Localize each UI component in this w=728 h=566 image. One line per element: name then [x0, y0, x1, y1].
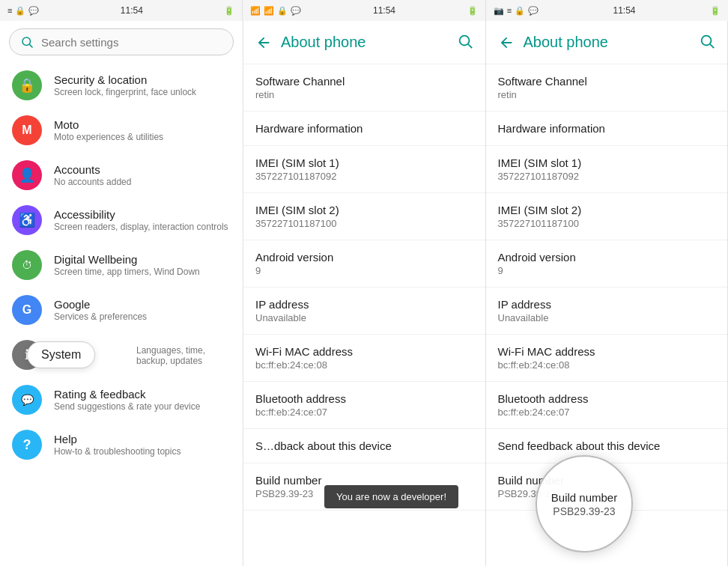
- google-icon: G: [12, 295, 42, 325]
- svg-line-5: [710, 44, 714, 48]
- info-android-right[interactable]: Android version 9: [486, 240, 728, 287]
- system-tooltip-text: System: [41, 348, 81, 361]
- back-button-right[interactable]: [498, 34, 515, 51]
- info-hardware-right[interactable]: Hardware information: [486, 112, 728, 146]
- search-button-middle[interactable]: [457, 33, 473, 52]
- system-tooltip-bubble: System: [27, 341, 95, 368]
- security-icon: 🔒: [12, 70, 42, 100]
- svg-point-0: [22, 37, 31, 46]
- icon-msg-mid: 💬: [291, 6, 301, 16]
- rating-icon: 💬: [12, 385, 42, 415]
- status-time-mid: 11:54: [373, 5, 395, 16]
- help-title: Help: [54, 433, 231, 445]
- battery-icon-mid: 🔋: [467, 6, 478, 16]
- digital-wellbeing-icon: ⏱: [12, 250, 42, 280]
- panels-wrapper: About phone Software Channel retin Hardw…: [243, 21, 728, 566]
- rating-title: Rating & feedback: [54, 388, 231, 401]
- sidebar-item-moto[interactable]: M Moto Moto experiences & utilities: [0, 108, 243, 153]
- accounts-title: Accounts: [54, 163, 231, 176]
- build-number-circle: Build number PSB29.39-23: [536, 455, 633, 553]
- panel-title-middle: About phone: [281, 34, 448, 51]
- icon-camera: 📷: [494, 6, 504, 16]
- panel-title-right: About phone: [524, 34, 691, 51]
- accessibility-title: Accessibility: [54, 208, 231, 221]
- icon-signal2: 📶: [264, 6, 274, 16]
- info-hardware-mid[interactable]: Hardware information: [243, 112, 485, 146]
- status-bar: ≡ 🔒 💬 11:54 🔋 📶 📶 🔒 💬 11:54 🔋 📷 ≡ 🔒 💬 11…: [0, 0, 728, 21]
- svg-point-2: [459, 35, 469, 45]
- google-subtitle: Services & preferences: [54, 311, 231, 322]
- moto-subtitle: Moto experiences & utilities: [54, 132, 231, 142]
- build-circle-value: PSB29.39-23: [553, 505, 615, 517]
- icon-msg: 💬: [28, 6, 39, 16]
- rating-subtitle: Send suggestions & rate your device: [54, 401, 231, 412]
- info-imei1-mid[interactable]: IMEI (SIM slot 1) 357227101187092: [243, 146, 485, 193]
- status-icons-right: 📷 ≡ 🔒 💬: [494, 6, 539, 16]
- toast-notification: You are now a developer!: [324, 485, 458, 508]
- google-title: Google: [54, 298, 231, 311]
- system-subtitle: Languages, time, backup, updates: [136, 345, 231, 366]
- status-section-right: 📷 ≡ 🔒 💬 11:54 🔋: [486, 0, 728, 21]
- accessibility-icon: ♿: [12, 205, 42, 235]
- digital-wellbeing-title: Digital Wellbeing: [54, 253, 231, 266]
- main-content: 🔒 Security & location Screen lock, finge…: [0, 21, 728, 566]
- status-icons-left: ≡ 🔒 💬: [7, 6, 39, 16]
- info-software-channel-mid[interactable]: Software Channel retin: [243, 64, 485, 112]
- digital-wellbeing-subtitle: Screen time, app timers, Wind Down: [54, 267, 231, 277]
- search-icon: [20, 35, 34, 49]
- accounts-icon: 👤: [12, 160, 42, 190]
- sidebar-item-help[interactable]: ? Help How-to & troubleshooting topics: [0, 422, 243, 467]
- sidebar-item-digital-wellbeing[interactable]: ⏱ Digital Wellbeing Screen time, app tim…: [0, 243, 243, 287]
- about-panel-middle: About phone Software Channel retin Hardw…: [243, 21, 486, 566]
- sidebar-item-system[interactable]: ℹ System Languages, time, backup, update…: [0, 332, 243, 377]
- info-software-channel-right[interactable]: Software Channel retin: [486, 64, 728, 112]
- sidebar-item-accessibility[interactable]: ♿ Accessibility Screen readers, display,…: [0, 198, 243, 243]
- icon-msg-right: 💬: [528, 6, 539, 16]
- status-section-left: ≡ 🔒 💬 11:54 🔋: [0, 0, 243, 21]
- settings-panel: 🔒 Security & location Screen lock, finge…: [0, 21, 243, 566]
- search-button-right[interactable]: [699, 33, 715, 52]
- search-bar-container[interactable]: [9, 28, 234, 55]
- accessibility-subtitle: Screen readers, display, interaction con…: [54, 222, 231, 232]
- back-button-middle[interactable]: [255, 34, 272, 51]
- svg-line-3: [468, 44, 472, 48]
- help-icon: ?: [12, 430, 42, 460]
- icon-hamburger: ≡: [7, 6, 12, 15]
- security-title: Security & location: [54, 73, 231, 86]
- security-subtitle: Screen lock, fingerprint, face unlock: [54, 87, 231, 97]
- info-feedback-mid[interactable]: S…dback about this device: [243, 429, 485, 463]
- battery-icon-left: 🔋: [224, 6, 234, 16]
- info-imei2-mid[interactable]: IMEI (SIM slot 2) 357227101187100: [243, 193, 485, 240]
- status-time-right: 11:54: [613, 5, 636, 16]
- status-section-mid: 📶 📶 🔒 💬 11:54 🔋: [243, 0, 485, 21]
- info-imei2-right[interactable]: IMEI (SIM slot 2) 357227101187100: [486, 193, 728, 240]
- info-wifi-mid[interactable]: Wi-Fi MAC address bc:ff:eb:24:ce:08: [243, 335, 485, 382]
- info-feedback-right[interactable]: Send feedback about this device: [486, 429, 728, 463]
- sidebar-item-accounts[interactable]: 👤 Accounts No accounts added: [0, 153, 243, 198]
- sidebar-item-security[interactable]: 🔒 Security & location Screen lock, finge…: [0, 63, 243, 108]
- icon-lock-mid: 🔒: [277, 6, 288, 16]
- moto-title: Moto: [54, 118, 231, 131]
- icon-lock-right: 🔒: [515, 6, 525, 16]
- info-bt-mid[interactable]: Bluetooth address bc:ff:eb:24:ce:07: [243, 382, 485, 429]
- about-panel-header-right: About phone: [486, 21, 728, 64]
- info-wifi-right[interactable]: Wi-Fi MAC address bc:ff:eb:24:ce:08: [486, 335, 728, 382]
- info-ip-mid[interactable]: IP address Unavailable: [243, 287, 485, 335]
- search-input[interactable]: [41, 36, 222, 49]
- build-circle-title: Build number: [551, 491, 617, 504]
- toast-message: You are now a developer!: [336, 491, 446, 502]
- battery-icon-right: 🔋: [710, 6, 721, 16]
- status-time-left: 11:54: [121, 5, 143, 16]
- about-panel-header-middle: About phone: [243, 21, 485, 64]
- sidebar-item-google[interactable]: G Google Services & preferences: [0, 287, 243, 332]
- accounts-subtitle: No accounts added: [54, 177, 231, 187]
- info-android-mid[interactable]: Android version 9: [243, 240, 485, 287]
- info-ip-right[interactable]: IP address Unavailable: [486, 287, 728, 335]
- svg-line-1: [29, 44, 32, 47]
- info-bt-right[interactable]: Bluetooth address bc:ff:eb:24:ce:07: [486, 382, 728, 429]
- status-icons-mid: 📶 📶 🔒 💬: [250, 6, 301, 16]
- icon-signal1: 📶: [250, 6, 261, 16]
- info-imei1-right[interactable]: IMEI (SIM slot 1) 357227101187092: [486, 146, 728, 193]
- sidebar-item-rating[interactable]: 💬 Rating & feedback Send suggestions & r…: [0, 377, 243, 422]
- settings-list: 🔒 Security & location Screen lock, finge…: [0, 63, 243, 566]
